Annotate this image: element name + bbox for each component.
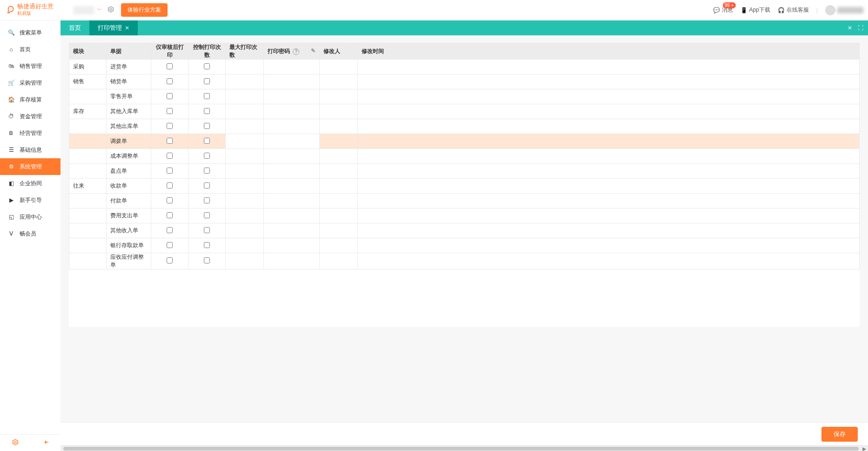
sidebar-item-6[interactable]: 🗎经营管理 <box>0 125 61 141</box>
audit-checkbox[interactable] <box>167 168 173 174</box>
audit-checkbox[interactable] <box>167 63 173 69</box>
tab-print-manage[interactable]: 打印管理 ✕ <box>89 20 138 35</box>
user-menu[interactable] <box>825 5 863 15</box>
sidebar-item-5[interactable]: ⏱资金管理 <box>0 108 61 125</box>
cell-module: 往来 <box>69 179 107 194</box>
table-row[interactable]: 其他收入单 <box>69 223 860 238</box>
close-icon[interactable]: ✕ <box>125 25 129 31</box>
settings-icon[interactable] <box>12 438 19 447</box>
table-row[interactable]: 调拨单 <box>69 134 860 149</box>
cell-audit <box>151 74 188 89</box>
org-selector[interactable]: ﹀ <box>74 6 102 14</box>
sidebar-item-8[interactable]: ⚙系统管理 <box>0 158 61 175</box>
sidebar-item-0[interactable]: 🔍搜索菜单 <box>0 24 61 41</box>
sidebar-icon: ◧ <box>7 180 15 187</box>
sidebar-item-11[interactable]: ◱应用中心 <box>0 209 61 225</box>
horizontal-scrollbar[interactable]: ▶ <box>61 445 868 451</box>
cell-max[interactable] <box>226 134 264 149</box>
table-row[interactable]: 其他出库单 <box>69 119 860 134</box>
gear-icon[interactable] <box>107 6 114 14</box>
cell-audit <box>151 209 188 223</box>
sidebar-item-7[interactable]: ☰基础信息 <box>0 141 61 158</box>
experience-button[interactable]: 体验行业方案 <box>121 3 168 17</box>
audit-checkbox[interactable] <box>167 78 173 84</box>
table-row[interactable]: 成本调整单 <box>69 149 860 164</box>
tab-close-all-icon[interactable]: ✕ <box>848 25 852 31</box>
fullscreen-icon[interactable]: ⛶ <box>858 25 863 31</box>
audit-checkbox[interactable] <box>167 153 173 159</box>
cell-user <box>320 60 358 74</box>
audit-checkbox[interactable] <box>167 227 173 233</box>
th-doc: 单据 <box>107 43 151 60</box>
sidebar-item-12[interactable]: Ⅴ畅会员 <box>0 225 61 242</box>
ctrl-checkbox[interactable] <box>204 108 210 114</box>
table-row[interactable]: 费用支出单 <box>69 209 860 223</box>
audit-checkbox[interactable] <box>167 123 173 129</box>
cell-module <box>69 238 107 253</box>
table-row[interactable]: 零售开单 <box>69 89 860 104</box>
ctrl-checkbox[interactable] <box>204 212 210 218</box>
scrollbar-thumb[interactable] <box>63 447 859 451</box>
ctrl-checkbox[interactable] <box>204 78 210 84</box>
cell-ctrl <box>188 119 226 134</box>
ctrl-checkbox[interactable] <box>204 168 210 174</box>
cell-module <box>69 119 107 134</box>
sidebar-item-label: 资金管理 <box>20 113 42 121</box>
help-icon[interactable]: ? <box>293 48 299 55</box>
table-row[interactable]: 库存其他入库单 <box>69 104 860 119</box>
sidebar-item-label: 基础信息 <box>20 146 42 154</box>
table-row[interactable]: 销售销货单 <box>69 74 860 89</box>
audit-checkbox[interactable] <box>167 257 173 263</box>
ctrl-checkbox[interactable] <box>204 93 210 99</box>
ctrl-checkbox[interactable] <box>204 123 210 129</box>
ctrl-checkbox[interactable] <box>204 242 210 248</box>
table-row[interactable]: 采购进货单 <box>69 60 860 74</box>
cell-module: 库存 <box>69 104 107 119</box>
ctrl-checkbox[interactable] <box>204 138 210 144</box>
ctrl-checkbox[interactable] <box>204 197 210 203</box>
cell-pwd[interactable] <box>264 134 320 149</box>
cell-ctrl <box>188 149 226 164</box>
audit-checkbox[interactable] <box>167 93 173 99</box>
ctrl-checkbox[interactable] <box>204 63 210 69</box>
table-row[interactable]: 应收应付调整单 <box>69 253 860 269</box>
table-row[interactable]: 付款单 <box>69 194 860 209</box>
audit-checkbox[interactable] <box>167 242 173 248</box>
ctrl-checkbox[interactable] <box>204 153 210 159</box>
audit-checkbox[interactable] <box>167 197 173 203</box>
sidebar-item-1[interactable]: ⌂首页 <box>0 41 61 58</box>
scroll-right-icon[interactable]: ▶ <box>862 446 866 451</box>
table-row[interactable]: 往来收款单 <box>69 179 860 194</box>
cell-time <box>358 253 860 269</box>
sidebar-item-10[interactable]: ▶新手引导 <box>0 192 61 209</box>
audit-checkbox[interactable] <box>167 182 173 188</box>
edit-icon[interactable]: ✎ <box>311 47 316 54</box>
service-label: 在线客服 <box>787 6 809 14</box>
collapse-icon[interactable] <box>42 438 49 447</box>
sidebar-icon: 🏠 <box>7 96 15 103</box>
logo-icon <box>5 5 15 15</box>
audit-checkbox[interactable] <box>167 138 173 144</box>
ctrl-checkbox[interactable] <box>204 182 210 188</box>
online-service-link[interactable]: 🎧 在线客服 <box>778 6 809 14</box>
sidebar-item-2[interactable]: 🛍销售管理 <box>0 58 61 74</box>
svg-point-1 <box>14 441 16 443</box>
sidebar-item-3[interactable]: 🛒采购管理 <box>0 74 61 91</box>
messages-link[interactable]: 💬 消息 99 + <box>713 6 733 14</box>
sidebar-item-9[interactable]: ◧企业协同 <box>0 175 61 192</box>
svg-point-0 <box>110 8 112 10</box>
tab-home[interactable]: 首页 <box>61 20 89 35</box>
ctrl-checkbox[interactable] <box>204 227 210 233</box>
cell-module <box>69 209 107 223</box>
app-download-link[interactable]: 📱 App下载 <box>740 6 770 14</box>
cell-pwd <box>264 238 320 253</box>
table-row[interactable]: 银行存取款单 <box>69 238 860 253</box>
audit-checkbox[interactable] <box>167 108 173 114</box>
sidebar-icon: 🛍 <box>7 63 15 69</box>
save-button[interactable]: 保存 <box>821 427 858 442</box>
audit-checkbox[interactable] <box>167 212 173 218</box>
sidebar-item-4[interactable]: 🏠库存核算 <box>0 91 61 108</box>
ctrl-checkbox[interactable] <box>204 257 210 263</box>
table-row[interactable]: 盘点单 <box>69 164 860 179</box>
cell-doc: 收款单 <box>107 179 151 194</box>
